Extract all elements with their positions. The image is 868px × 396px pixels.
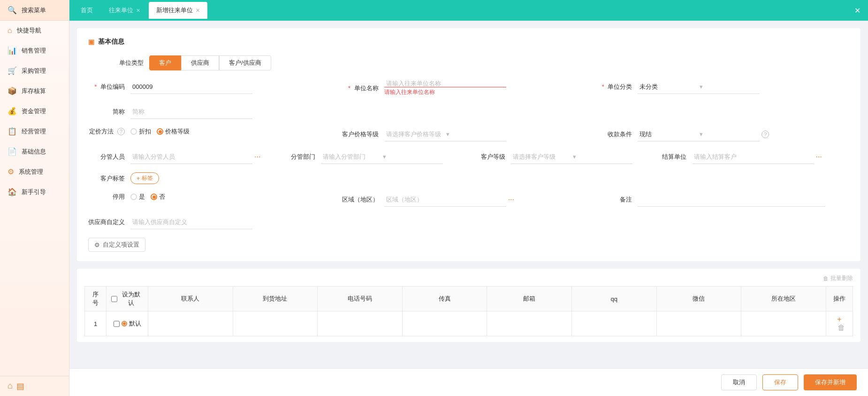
disabled-no-radio[interactable] <box>151 194 157 200</box>
manager-input[interactable] <box>130 150 252 164</box>
unit-name-input-wrap: 请输入往来单位名称 <box>384 80 506 96</box>
save-button[interactable]: 保存 <box>762 374 798 390</box>
sidebar-item-inventory[interactable]: 📦 库存核算 <box>0 81 69 101</box>
sidebar-item-sales[interactable]: 📊 销售管理 <box>0 40 69 61</box>
tab-bar: 首页 往来单位 ✕ 新增往来单位 ✕ ✕ <box>69 0 868 21</box>
tab-unit-list-label: 往来单位 <box>109 6 133 15</box>
wechat-input[interactable] <box>662 320 737 327</box>
field-region: 区域（地区） ··· <box>342 193 596 207</box>
field-abbr: 简称 <box>88 105 849 119</box>
qq-input[interactable] <box>577 320 652 327</box>
region-input[interactable] <box>384 193 506 207</box>
add-tag-button[interactable]: + 标签 <box>130 172 159 184</box>
sidebar-home-icon[interactable]: ⌂ <box>8 381 13 391</box>
manager-more-icon[interactable]: ··· <box>254 153 260 161</box>
payment-select[interactable]: 现结 ▾ <box>638 127 760 141</box>
cell-region[interactable] <box>741 311 826 336</box>
col-phone: 电话号码 <box>318 287 403 311</box>
row-disabled-region-note: 停用 是 否 <box>88 193 849 207</box>
cancel-button[interactable]: 取消 <box>721 374 757 390</box>
batch-delete-button[interactable]: 🗑 批量删除 <box>823 274 853 282</box>
field-pricing: 定价方法 ? 折扣 价格等级 <box>88 127 342 136</box>
tab-unit-list[interactable]: 往来单位 ✕ <box>101 2 148 19</box>
tab-unit-list-close[interactable]: ✕ <box>136 8 140 14</box>
cell-fax[interactable] <box>402 311 487 336</box>
unit-category-select[interactable]: 未分类 ▾ <box>638 80 760 94</box>
unit-type-supplier-btn[interactable]: 供应商 <box>181 55 219 70</box>
form-content: ▣ 基本信息 单位类型 客户 供应商 客户/供应商 * 单位编码 <box>69 21 868 368</box>
add-row-icon[interactable]: + <box>837 315 841 323</box>
sidebar-bottom: ⌂ ▤ <box>0 376 69 396</box>
sidebar-item-quick-nav-label: 快捷导航 <box>17 26 41 35</box>
supplier-custom-input[interactable] <box>130 215 252 229</box>
default-radio[interactable] <box>122 321 127 326</box>
pricing-level-option[interactable]: 价格等级 <box>157 127 190 136</box>
sidebar-item-purchase[interactable]: 🛒 采购管理 <box>0 61 69 81</box>
pricing-help-icon[interactable]: ? <box>117 128 125 135</box>
clipboard-icon: 📋 <box>8 127 17 136</box>
phone-input[interactable] <box>322 320 397 327</box>
unit-type-both-btn[interactable]: 客户/供应商 <box>219 55 271 70</box>
sidebar-item-search[interactable]: 🔍 搜索菜单 <box>0 0 69 21</box>
main-close-button[interactable]: ✕ <box>851 4 864 17</box>
sidebar-item-system[interactable]: ⚙ 系统管理 <box>0 162 69 182</box>
contact-input[interactable] <box>153 320 228 327</box>
cell-phone[interactable] <box>318 311 403 336</box>
unit-code-input[interactable] <box>130 80 252 94</box>
default-radio-dot <box>123 322 126 325</box>
sidebar-item-quick-nav[interactable]: ⌂ 快捷导航 <box>0 21 69 40</box>
col-contact: 联系人 <box>148 287 233 311</box>
cell-default: 默认 <box>107 311 148 336</box>
cell-seq: 1 <box>85 311 107 336</box>
tab-new-unit[interactable]: 新增往来单位 ✕ <box>149 2 207 19</box>
fax-input[interactable] <box>407 320 482 327</box>
email-input[interactable] <box>492 320 567 327</box>
sidebar: 🔍 搜索菜单 ⌂ 快捷导航 📊 销售管理 🛒 采购管理 📦 库存核算 💰 资金管… <box>0 0 69 396</box>
address-input[interactable] <box>238 320 313 327</box>
delete-row-icon[interactable]: 🗑 <box>838 324 845 332</box>
sidebar-item-operations[interactable]: 📋 经营管理 <box>0 121 69 141</box>
sidebar-item-basic-info[interactable]: 📄 基础信息 <box>0 141 69 162</box>
region-cell-input[interactable] <box>746 320 821 327</box>
cell-contact[interactable] <box>148 311 233 336</box>
save-new-button[interactable]: 保存并新增 <box>804 374 857 390</box>
disabled-yes-option[interactable]: 是 <box>130 193 145 201</box>
region-more-icon[interactable]: ··· <box>508 195 514 204</box>
tab-new-unit-close[interactable]: ✕ <box>196 8 200 14</box>
default-radio-label[interactable]: 默认 <box>122 319 141 328</box>
settlement-more-icon[interactable]: ··· <box>816 153 822 161</box>
cell-address[interactable] <box>233 311 318 336</box>
cell-qq[interactable] <box>571 311 656 336</box>
region-label: 区域（地区） <box>342 195 384 204</box>
customer-price-select[interactable]: 请选择客户价格等级 ▾ <box>384 127 506 141</box>
abbr-input[interactable] <box>130 105 252 119</box>
unit-name-input[interactable] <box>384 80 506 87</box>
field-customer-tag: 客户标签 + 标签 <box>88 172 849 184</box>
pricing-level-radio[interactable] <box>157 128 163 135</box>
cell-email[interactable] <box>487 311 572 336</box>
department-placeholder: 请输入分管部门 <box>323 153 381 161</box>
sidebar-item-purchase-label: 采购管理 <box>22 67 46 75</box>
pricing-discount-option[interactable]: 折扣 <box>130 127 151 136</box>
note-label: 备注 <box>595 195 638 204</box>
department-select[interactable]: 请输入分管部门 ▾ <box>321 150 443 164</box>
field-payment: 收款条件 现结 ▾ ? <box>595 127 849 141</box>
select-all-checkbox[interactable] <box>111 296 117 302</box>
unit-type-label: 单位类型 <box>88 59 149 67</box>
sidebar-item-guide[interactable]: 🏠 新手引导 <box>0 182 69 202</box>
disabled-yes-radio[interactable] <box>130 194 137 200</box>
pricing-discount-radio[interactable] <box>130 128 137 135</box>
unit-category-label: * 单位分类 <box>595 83 638 91</box>
tab-home[interactable]: 首页 <box>73 2 100 19</box>
disabled-no-option[interactable]: 否 <box>151 193 165 201</box>
sidebar-item-finance[interactable]: 💰 资金管理 <box>0 101 69 121</box>
customer-level-select[interactable]: 请选择客户等级 ▾ <box>511 150 633 164</box>
payment-help-icon[interactable]: ? <box>761 131 769 138</box>
settlement-input[interactable] <box>692 150 814 164</box>
note-input[interactable] <box>638 193 825 207</box>
cell-wechat[interactable] <box>656 311 741 336</box>
unit-type-customer-btn[interactable]: 客户 <box>149 55 181 70</box>
custom-settings-button[interactable]: ⚙ 自定义项设置 <box>88 238 145 252</box>
row-checkbox[interactable] <box>114 321 120 327</box>
sidebar-expand-icon[interactable]: ▤ <box>16 381 24 391</box>
